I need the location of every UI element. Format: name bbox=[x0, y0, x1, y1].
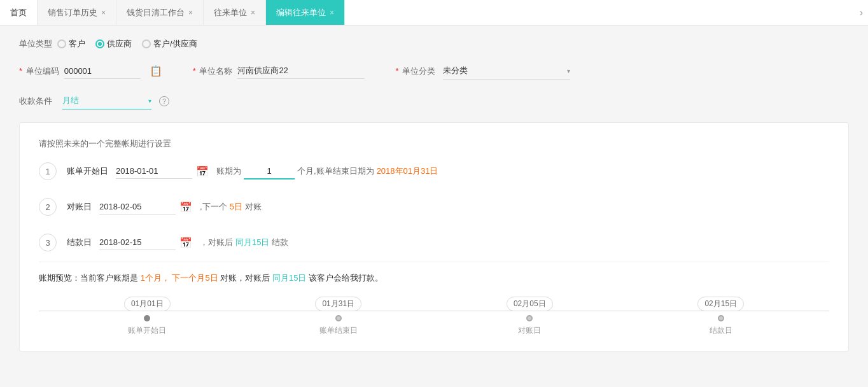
timeline-point-1: 01月01日 账单开始日 bbox=[52, 297, 243, 336]
step2-prefix: ,下一个 bbox=[200, 201, 227, 213]
step-label-3: 结款日 bbox=[67, 237, 92, 248]
step1-suffix-before: 个月,账单结束日期为 bbox=[297, 165, 374, 177]
tab-cash-work[interactable]: 钱货日清工作台 × bbox=[116, 0, 204, 25]
step-label-2: 对账日 bbox=[67, 201, 92, 213]
payment-help-icon[interactable]: ? bbox=[159, 96, 169, 106]
start-date-cal-icon[interactable]: 📅 bbox=[196, 165, 209, 178]
unit-category-arrow-icon: ▾ bbox=[567, 67, 570, 74]
tab-expand[interactable]: › bbox=[860, 0, 868, 25]
payment-label: 收款条件 bbox=[19, 95, 52, 107]
tab-sales-history-label: 销售订单历史 bbox=[48, 7, 97, 18]
payment-arrow-icon: ▾ bbox=[148, 97, 151, 104]
tab-cash-work-close[interactable]: × bbox=[188, 8, 193, 17]
preview-seg5: 该客户会给我打款。 bbox=[309, 273, 383, 283]
radio-both-label: 客户/供应商 bbox=[153, 38, 197, 50]
preview-section: 账期预览：当前客户账期是 1个月， 下一个月5日 对账，对账后 同月15日 该客… bbox=[39, 262, 829, 336]
tab-bar: 首页 销售订单历史 × 钱货日清工作台 × 往来单位 × 编辑往来单位 × › bbox=[0, 0, 868, 25]
card-title: 请按照未来的一个完整帐期进行设置 bbox=[39, 138, 829, 150]
unit-category-star: * bbox=[395, 66, 398, 76]
unit-code-input[interactable] bbox=[64, 64, 141, 79]
timeline-desc-4: 结款日 bbox=[710, 325, 732, 336]
tab-sales-history[interactable]: 销售订单历史 × bbox=[38, 0, 116, 25]
timeline-badge-3: 02月05日 bbox=[507, 297, 553, 311]
radio-both[interactable]: 客户/供应商 bbox=[142, 38, 197, 50]
unit-name-star: * bbox=[193, 66, 196, 76]
step2-highlight: 5日 bbox=[230, 201, 242, 213]
unit-name-label: * 单位名称 bbox=[193, 66, 233, 77]
step2-info: ,下一个 5日 对账 bbox=[200, 201, 262, 213]
tab-sales-history-close[interactable]: × bbox=[101, 8, 106, 17]
timeline-desc-2: 账单结束日 bbox=[319, 325, 358, 336]
timeline-points: 01月01日 账单开始日 01月31日 账单结束日 02月05日 对账日 bbox=[52, 297, 816, 336]
payment-date-cal-icon[interactable]: 📅 bbox=[179, 237, 192, 249]
unit-name-input[interactable] bbox=[237, 64, 365, 79]
step1-end-date: 2018年01月31日 bbox=[377, 165, 438, 177]
unit-type-row: 单位类型 客户 供应商 客户/供应商 bbox=[19, 38, 849, 50]
timeline-container: 01月01日 账单开始日 01月31日 账单结束日 02月05日 对账日 bbox=[39, 297, 829, 336]
reconcile-date-input[interactable] bbox=[99, 199, 176, 215]
radio-both-circle bbox=[142, 39, 151, 48]
step3-prefix: ，对账后 bbox=[200, 237, 233, 248]
step-num-3: 3 bbox=[39, 234, 57, 251]
radio-customer[interactable]: 客户 bbox=[57, 38, 85, 50]
timeline-badge-1: 01月01日 bbox=[124, 297, 171, 311]
unit-category-select[interactable]: 未分类 ▾ bbox=[443, 62, 570, 80]
step1-prefix: 账期为 bbox=[216, 165, 241, 177]
tab-home-label: 首页 bbox=[10, 7, 27, 18]
preview-seg1: 1个月， bbox=[141, 273, 170, 283]
timeline-badge-4: 02月15日 bbox=[697, 297, 744, 311]
tab-edit-partner-label: 编辑往来单位 bbox=[276, 7, 326, 18]
step-num-2: 2 bbox=[39, 198, 57, 216]
payment-value: 月结 bbox=[62, 95, 146, 106]
tab-partner-close[interactable]: × bbox=[251, 8, 255, 17]
period-input[interactable] bbox=[244, 164, 295, 179]
preview-seg2: 下一个月5日 bbox=[172, 273, 218, 283]
timeline-dot-1 bbox=[144, 315, 150, 321]
unit-category-value: 未分类 bbox=[443, 65, 564, 76]
payment-select[interactable]: 月结 ▾ bbox=[62, 92, 151, 109]
tab-expand-icon: › bbox=[860, 7, 863, 18]
unit-type-label: 单位类型 bbox=[19, 38, 52, 50]
timeline-dot-3 bbox=[526, 315, 533, 321]
step3-info: ，对账后 同月15日 结款 bbox=[200, 237, 288, 248]
preview-text: 账期预览：当前客户账期是 1个月， 下一个月5日 对账，对账后 同月15日 该客… bbox=[39, 272, 829, 284]
timeline-desc-1: 账单开始日 bbox=[128, 325, 166, 336]
tab-edit-partner-close[interactable]: × bbox=[330, 8, 334, 17]
timeline-point-4: 02月15日 结款日 bbox=[626, 297, 817, 336]
step3-suffix: 结款 bbox=[272, 237, 288, 248]
main-content: 单位类型 客户 供应商 客户/供应商 * 单位编码 📋 * 单位名称 bbox=[0, 25, 868, 387]
timeline-badge-2: 01月31日 bbox=[315, 297, 361, 311]
unit-code-label: * 单位编码 bbox=[19, 66, 59, 77]
radio-supplier-label: 供应商 bbox=[107, 38, 132, 50]
step3-highlight: 同月15日 bbox=[235, 237, 269, 248]
tab-edit-partner[interactable]: 编辑往来单位 × bbox=[266, 0, 345, 25]
step-num-1: 1 bbox=[39, 162, 57, 180]
unit-code-star: * bbox=[19, 66, 22, 76]
radio-supplier[interactable]: 供应商 bbox=[95, 38, 132, 50]
radio-customer-circle bbox=[57, 39, 66, 48]
step1-info: 账期为 个月,账单结束日期为 2018年01月31日 bbox=[216, 164, 438, 179]
unit-info-row: * 单位编码 📋 * 单位名称 * 单位分类 未分类 ▾ bbox=[19, 62, 849, 80]
timeline-dot-4 bbox=[718, 315, 724, 321]
preview-seg4: 同月15日 bbox=[272, 273, 306, 283]
step-row-1: 1 账单开始日 📅 账期为 个月,账单结束日期为 2018年01月31日 bbox=[39, 162, 829, 180]
step-label-1: 账单开始日 bbox=[67, 165, 108, 177]
step-row-3: 3 结款日 📅 ，对账后 同月15日 结款 bbox=[39, 234, 829, 251]
tab-home[interactable]: 首页 bbox=[0, 0, 38, 25]
settings-card: 请按照未来的一个完整帐期进行设置 1 账单开始日 📅 账期为 个月,账单结束日期… bbox=[19, 122, 849, 352]
payment-row: 收款条件 月结 ▾ ? bbox=[19, 92, 849, 109]
unit-type-radio-group: 客户 供应商 客户/供应商 bbox=[57, 38, 197, 50]
payment-date-input[interactable] bbox=[99, 235, 176, 250]
unit-category-label: * 单位分类 bbox=[395, 66, 435, 77]
timeline-dot-2 bbox=[335, 315, 342, 321]
tab-partner[interactable]: 往来单位 × bbox=[204, 0, 266, 25]
radio-supplier-circle bbox=[95, 39, 104, 48]
preview-seg3: 对账，对账后 bbox=[220, 273, 270, 283]
preview-prefix: 账期预览：当前客户账期是 bbox=[39, 273, 138, 283]
timeline-point-2: 01月31日 账单结束日 bbox=[243, 297, 435, 336]
unit-code-copy-icon[interactable]: 📋 bbox=[150, 65, 162, 77]
reconcile-date-cal-icon[interactable]: 📅 bbox=[179, 201, 192, 213]
tab-partner-label: 往来单位 bbox=[214, 7, 247, 18]
step-row-2: 2 对账日 📅 ,下一个 5日 对账 bbox=[39, 198, 829, 216]
start-date-input[interactable] bbox=[116, 164, 192, 179]
